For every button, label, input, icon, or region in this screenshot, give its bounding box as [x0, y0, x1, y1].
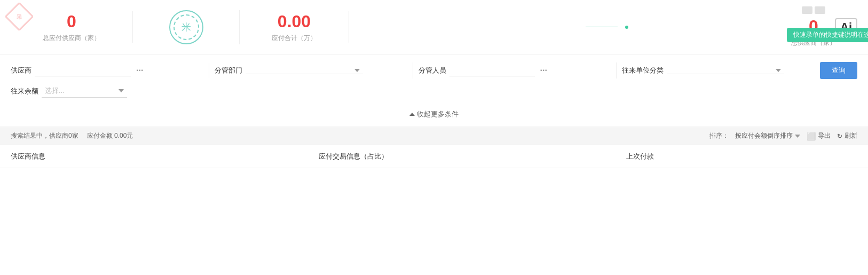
supplier-filter: 供应商 ··· [11, 65, 203, 76]
unit-type-chevron-icon [776, 69, 781, 72]
supplier-count: 搜索结果中，供应商0家 [11, 131, 78, 140]
unit-type-dropdown[interactable] [667, 67, 784, 74]
unit-type-filter: 往来单位分类 [622, 66, 815, 75]
refresh-label: 刷新 [845, 131, 857, 140]
summary-payable-total: 0.00 应付合计（万） [240, 11, 349, 43]
sort-label: 排序： [709, 131, 729, 140]
bean-icon-circle: 米 [169, 10, 203, 44]
tooltip-connector [586, 25, 629, 30]
results-right: 排序： 按应付会额倒序排序 ⬜ 导出 ↻ 刷新 [709, 131, 857, 140]
department-chevron-icon [354, 69, 360, 72]
balance-placeholder: 选择... [45, 86, 119, 96]
summary-bar: 采 0 总应付供应商（家） 米 0.00 应付合计（万） 快速录单的快捷键说明在… [0, 0, 868, 54]
filter-row-2: 往来余额 选择... [11, 84, 857, 98]
unit-type-label: 往来单位分类 [622, 66, 664, 75]
tooltip-line [586, 27, 618, 27]
export-icon: ⬜ [807, 132, 816, 140]
sort-chevron-icon [795, 135, 800, 138]
manager-dots[interactable]: ··· [538, 66, 549, 75]
department-filter: 分管部门 [215, 66, 407, 75]
table-body [0, 168, 868, 275]
supplier-icons-row [802, 6, 825, 14]
manager-filter: 分管人员 ··· [419, 65, 611, 76]
supplier-input[interactable] [35, 65, 131, 76]
manager-input[interactable] [449, 65, 535, 76]
tooltip-text: 快速录单的快捷键说明在这里 [793, 30, 868, 40]
col-last-payment-header: 上次付款 [626, 152, 857, 161]
supplier-icon-1 [802, 6, 812, 14]
table-header: 供应商信息 应付交易信息（占比） 上次付款 [0, 145, 868, 168]
balance-label: 往来余额 [11, 87, 38, 96]
divider-3 [616, 62, 617, 78]
department-dropdown[interactable] [246, 67, 363, 74]
collapse-row: 收起更多条件 [11, 103, 857, 127]
icon-area: 米 [133, 10, 240, 44]
divider-1 [209, 62, 209, 78]
chevron-up-icon [409, 113, 415, 116]
balance-chevron-icon [119, 89, 124, 92]
col-supplier-info-header: 供应商信息 [11, 152, 319, 161]
filter-bar: 供应商 ··· 分管部门 分管人员 ··· 往来单位分类 [0, 54, 868, 127]
tooltip-area: 快速录单的快捷键说明在这里 × [349, 25, 759, 30]
sort-dropdown[interactable]: 按应付会额倒序排序 [735, 131, 800, 140]
payable-suppliers-label: 总应付供应商（家） [43, 34, 100, 43]
sort-option: 按应付会额倒序排序 [735, 131, 793, 140]
bean-icon-inner: 米 [173, 14, 199, 40]
supplier-dots[interactable]: ··· [134, 66, 145, 75]
balance-filter: 往来余额 选择... [11, 84, 160, 98]
svg-text:采: 采 [17, 14, 22, 20]
supplier-icon-2 [815, 6, 825, 14]
filter-row-1: 供应商 ··· 分管部门 分管人员 ··· 往来单位分类 [11, 62, 857, 79]
tooltip-dot [624, 25, 629, 30]
refresh-button[interactable]: ↻ 刷新 [837, 131, 857, 140]
collapse-button[interactable]: 收起更多条件 [403, 107, 465, 121]
collapse-label: 收起更多条件 [417, 109, 459, 119]
svg-text:米: 米 [182, 22, 191, 33]
amount-text: 应付金额 0.00元 [87, 131, 133, 140]
results-bar: 搜索结果中，供应商0家 应付金额 0.00元 排序： 按应付会额倒序排序 ⬜ 导… [0, 127, 868, 145]
col-transaction-header: 应付交易信息（占比） [319, 152, 627, 161]
refresh-icon: ↻ [837, 132, 842, 140]
payable-suppliers-number: 0 [67, 11, 76, 32]
divider-2 [413, 62, 413, 78]
logo-watermark: 采 [5, 3, 33, 32]
tooltip-popup: 快速录单的快捷键说明在这里 × [787, 28, 868, 42]
payable-total-number: 0.00 [278, 11, 311, 32]
supplier-label: 供应商 [11, 66, 31, 75]
export-button[interactable]: ⬜ 导出 [807, 131, 831, 140]
payable-total-label: 应付合计（万） [272, 34, 317, 43]
query-button[interactable]: 查询 [820, 62, 857, 79]
manager-label: 分管人员 [419, 66, 446, 75]
results-left: 搜索结果中，供应商0家 应付金额 0.00元 [11, 131, 133, 140]
balance-dropdown[interactable]: 选择... [42, 84, 127, 98]
department-label: 分管部门 [215, 66, 242, 75]
export-label: 导出 [818, 131, 831, 140]
